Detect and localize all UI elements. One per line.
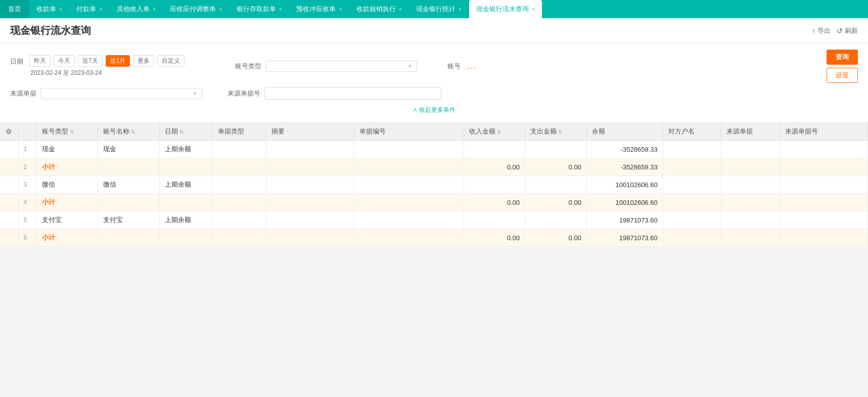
row-expense bbox=[525, 176, 587, 194]
sort-icon: ⇅ bbox=[70, 129, 74, 135]
source-doc-label: 来源单据 bbox=[10, 89, 36, 98]
nav-tab[interactable]: 收款核销执行× bbox=[349, 0, 409, 18]
refresh-button[interactable]: ↺ 刷新 bbox=[837, 26, 858, 35]
source-doc-no-filter: 来源单据号 bbox=[227, 87, 441, 100]
tab-close-icon[interactable]: × bbox=[99, 6, 102, 12]
filter-row-2: 来源单据 ▼ 来源单据号 bbox=[10, 87, 858, 100]
source-doc-no-input[interactable] bbox=[264, 87, 441, 100]
tab-close-icon[interactable]: × bbox=[459, 6, 462, 12]
row-counterpart bbox=[663, 229, 721, 247]
settings-button[interactable]: 设置 bbox=[827, 68, 858, 83]
row-date: 上期余额 bbox=[159, 176, 213, 194]
row-account-type: 小计 bbox=[36, 229, 98, 247]
nav-tab[interactable]: 付款单× bbox=[69, 0, 109, 18]
account-type-select[interactable]: ▼ bbox=[265, 61, 417, 72]
date-filter: 日期 昨天今天近7天近1月更多自定义 2023-02-24 至 2023-03-… bbox=[10, 55, 185, 77]
nav-tab[interactable]: 应收应付调整单× bbox=[163, 0, 229, 18]
date-option-button[interactable]: 今天 bbox=[54, 55, 75, 67]
collapse-bar[interactable]: ∧ 收起更多条件 bbox=[10, 104, 858, 116]
tab-close-icon[interactable]: × bbox=[153, 6, 156, 12]
account-dots[interactable]: ... bbox=[467, 62, 476, 71]
table-row: 3微信微信上期余额100102606.60 bbox=[0, 176, 868, 194]
query-button[interactable]: 查询 bbox=[827, 50, 858, 65]
tab-label: 其他收入单 bbox=[117, 5, 150, 14]
row-summary bbox=[266, 176, 354, 194]
collapse-icon: ∧ bbox=[413, 106, 418, 113]
tab-close-icon[interactable]: × bbox=[532, 6, 535, 12]
source-doc-select[interactable]: ▼ bbox=[40, 88, 202, 99]
row-doc-type bbox=[213, 176, 266, 194]
row-income bbox=[464, 141, 525, 158]
nav-tab[interactable]: 银行存取款单× bbox=[230, 0, 289, 18]
column-header-counterpart: 对方户名 bbox=[663, 123, 721, 141]
column-header-income[interactable]: 收入金额⇅ bbox=[464, 123, 525, 141]
row-date: 上期余额 bbox=[159, 211, 213, 229]
tab-close-icon[interactable]: × bbox=[59, 6, 62, 12]
tab-label: 应收应付调整单 bbox=[170, 5, 216, 14]
column-header-source_doc_no: 来源单据号 bbox=[780, 123, 868, 141]
row-source-doc bbox=[721, 229, 780, 247]
row-doc-no bbox=[354, 141, 464, 158]
row-doc-no bbox=[354, 211, 464, 229]
nav-tab[interactable]: 现金银行流水查询× bbox=[469, 0, 542, 18]
nav-home[interactable]: 首页 bbox=[0, 0, 29, 18]
tab-close-icon[interactable]: × bbox=[399, 6, 402, 12]
table-row: 2小计0.000.00-3528659.33 bbox=[0, 158, 868, 176]
row-account-type: 小计 bbox=[36, 194, 98, 211]
row-counterpart bbox=[663, 194, 721, 211]
nav-tab[interactable]: 收款单× bbox=[29, 0, 69, 18]
column-header-account_type[interactable]: 账号类型⇅ bbox=[36, 123, 98, 141]
row-summary bbox=[266, 141, 354, 158]
tab-label: 银行存取款单 bbox=[237, 5, 276, 14]
date-option-button[interactable]: 更多 bbox=[133, 55, 154, 67]
table-row: 1现金现金上期余额-3528659.33 bbox=[0, 141, 868, 158]
tab-close-icon[interactable]: × bbox=[219, 6, 222, 12]
tab-close-icon[interactable]: × bbox=[339, 6, 342, 12]
column-header-doc_no: 单据编号 bbox=[354, 123, 464, 141]
nav-tab[interactable]: 预收冲应收单× bbox=[289, 0, 349, 18]
column-header-expense[interactable]: 支出金额⇅ bbox=[525, 123, 587, 141]
row-index: 4 bbox=[18, 194, 36, 211]
sort-icon: ⇅ bbox=[497, 129, 501, 135]
date-option-button[interactable]: 近1月 bbox=[106, 55, 130, 67]
date-options-group: 昨天今天近7天近1月更多自定义 2023-02-24 至 2023-03-24 bbox=[29, 55, 185, 77]
row-account-name: 支付宝 bbox=[98, 211, 160, 229]
row-source-doc-no bbox=[780, 194, 868, 211]
row-settings bbox=[0, 158, 18, 176]
row-doc-no bbox=[354, 194, 464, 211]
date-option-button[interactable]: 近7天 bbox=[78, 55, 103, 67]
row-source-doc bbox=[721, 194, 780, 211]
export-label: 导出 bbox=[817, 26, 831, 35]
row-doc-type bbox=[213, 229, 266, 247]
table-row: 6小计0.000.0019871073.60 bbox=[0, 229, 868, 247]
row-source-doc-no bbox=[780, 141, 868, 158]
tab-close-icon[interactable]: × bbox=[279, 6, 282, 12]
row-source-doc-no bbox=[780, 158, 868, 176]
column-header-date[interactable]: 日期⇅ bbox=[159, 123, 213, 141]
date-option-button[interactable]: 昨天 bbox=[29, 55, 51, 67]
account-type-arrow: ▼ bbox=[407, 63, 413, 69]
row-account-name bbox=[98, 229, 160, 247]
nav-tab[interactable]: 其他收入单× bbox=[110, 0, 163, 18]
row-account-type: 支付宝 bbox=[36, 211, 98, 229]
page-title: 现金银行流水查询 bbox=[10, 24, 91, 37]
row-doc-type bbox=[213, 211, 266, 229]
export-button[interactable]: ↑ 导出 bbox=[812, 26, 831, 35]
row-expense bbox=[525, 211, 587, 229]
row-index: 1 bbox=[18, 141, 36, 158]
row-settings bbox=[0, 194, 18, 211]
action-buttons: 查询 设置 bbox=[827, 50, 858, 83]
row-counterpart bbox=[663, 176, 721, 194]
settings-gear-icon[interactable]: ⚙ bbox=[6, 127, 12, 136]
column-header-account_name[interactable]: 账号名称⇅ bbox=[98, 123, 160, 141]
column-header-index bbox=[18, 123, 36, 141]
tab-label: 付款单 bbox=[76, 5, 96, 14]
refresh-icon: ↺ bbox=[837, 27, 843, 35]
row-date bbox=[159, 158, 213, 176]
date-option-button[interactable]: 自定义 bbox=[157, 55, 185, 67]
row-source-doc bbox=[721, 211, 780, 229]
row-account-type: 微信 bbox=[36, 176, 98, 194]
row-expense bbox=[525, 141, 587, 158]
nav-tab[interactable]: 现金银行统计× bbox=[409, 0, 469, 18]
row-index: 5 bbox=[18, 211, 36, 229]
